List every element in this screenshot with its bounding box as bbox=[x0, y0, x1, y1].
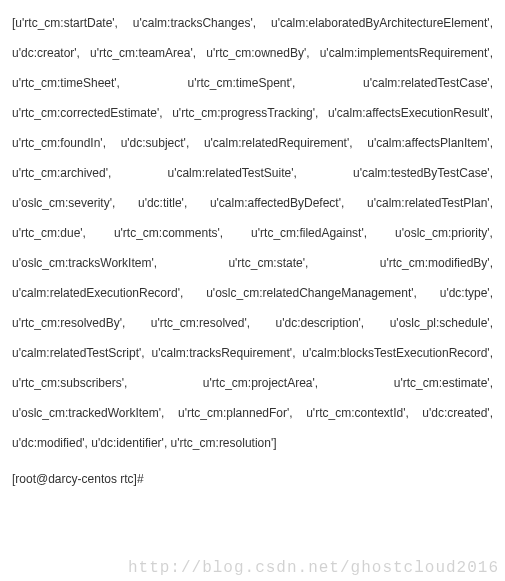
list-token: u'calm:elaboratedByArchitectureElement', bbox=[271, 8, 493, 38]
output-line: u'calm:relatedTestScript',u'calm:tracksR… bbox=[12, 338, 493, 368]
list-token: u'calm:implementsRequirement', bbox=[320, 38, 493, 68]
watermark-text: http://blog.csdn.net/ghostcloud2016 bbox=[128, 559, 499, 577]
output-line: u'rtc_cm:resolvedBy',u'rtc_cm:resolved',… bbox=[12, 308, 493, 338]
list-token: u'rtc_cm:foundIn', bbox=[12, 128, 106, 158]
list-token: u'calm:blocksTestExecutionRecord', bbox=[302, 338, 493, 368]
list-token: u'rtc_cm:subscribers', bbox=[12, 368, 127, 398]
output-line: u'oslc_cm:severity',u'dc:title',u'calm:a… bbox=[12, 188, 493, 218]
output-line: u'rtc_cm:due',u'rtc_cm:comments',u'rtc_c… bbox=[12, 218, 493, 248]
list-token: u'oslc_cm:trackedWorkItem', bbox=[12, 398, 164, 428]
list-token: u'oslc_cm:relatedChangeManagement', bbox=[206, 278, 417, 308]
list-token: u'dc:title', bbox=[138, 188, 187, 218]
list-token: u'rtc_cm:correctedEstimate', bbox=[12, 98, 163, 128]
list-token: u'rtc_cm:contextId', bbox=[306, 398, 409, 428]
list-token: u'calm:relatedRequirement', bbox=[204, 128, 353, 158]
list-token: u'calm:affectedByDefect', bbox=[210, 188, 344, 218]
list-token: u'rtc_cm:archived', bbox=[12, 158, 111, 188]
list-token: u'rtc_cm:resolved', bbox=[151, 308, 250, 338]
list-token: u'rtc_cm:projectArea', bbox=[203, 368, 318, 398]
output-line: u'calm:relatedExecutionRecord',u'oslc_cm… bbox=[12, 278, 493, 308]
list-token: u'dc:created', bbox=[422, 398, 493, 428]
list-token: u'rtc_cm:progressTracking', bbox=[172, 98, 318, 128]
list-token: u'rtc_cm:modifiedBy', bbox=[380, 248, 493, 278]
list-token: u'dc:subject', bbox=[121, 128, 190, 158]
output-line: u'dc:modified', u'dc:identifier', u'rtc_… bbox=[12, 428, 493, 458]
output-line: u'rtc_cm:correctedEstimate',u'rtc_cm:pro… bbox=[12, 98, 493, 128]
list-token: u'calm:relatedExecutionRecord', bbox=[12, 278, 183, 308]
shell-prompt: [root@darcy-centos rtc]# bbox=[12, 464, 493, 494]
list-token: u'rtc_cm:filedAgainst', bbox=[251, 218, 367, 248]
list-token: [u'rtc_cm:startDate', bbox=[12, 8, 118, 38]
list-token: u'calm:relatedTestCase', bbox=[363, 68, 493, 98]
list-token: u'dc:type', bbox=[440, 278, 493, 308]
output-line: u'oslc_cm:tracksWorkItem',u'rtc_cm:state… bbox=[12, 248, 493, 278]
list-token: u'calm:relatedTestPlan', bbox=[367, 188, 493, 218]
list-token: u'dc:description', bbox=[276, 308, 365, 338]
output-line: u'oslc_cm:trackedWorkItem',u'rtc_cm:plan… bbox=[12, 398, 493, 428]
list-token: u'calm:tracksChanges', bbox=[133, 8, 256, 38]
output-line: u'rtc_cm:archived',u'calm:relatedTestSui… bbox=[12, 158, 493, 188]
list-token: u'oslc_pl:schedule', bbox=[390, 308, 493, 338]
list-token: u'rtc_cm:timeSheet', bbox=[12, 68, 120, 98]
list-token: u'rtc_cm:state', bbox=[228, 248, 308, 278]
list-token: u'oslc_cm:severity', bbox=[12, 188, 115, 218]
output-line: [u'rtc_cm:startDate',u'calm:tracksChange… bbox=[12, 8, 493, 38]
list-token: u'dc:creator', bbox=[12, 38, 80, 68]
output-line: u'rtc_cm:foundIn',u'dc:subject',u'calm:r… bbox=[12, 128, 493, 158]
output-line: u'rtc_cm:subscribers',u'rtc_cm:projectAr… bbox=[12, 368, 493, 398]
output-line: u'dc:creator',u'rtc_cm:teamArea',u'rtc_c… bbox=[12, 38, 493, 68]
terminal-output: [u'rtc_cm:startDate',u'calm:tracksChange… bbox=[0, 0, 505, 494]
list-token: u'dc:modified', u'dc:identifier', u'rtc_… bbox=[12, 428, 277, 458]
list-token: u'rtc_cm:ownedBy', bbox=[206, 38, 309, 68]
list-token: u'oslc_cm:priority', bbox=[395, 218, 493, 248]
list-token: u'rtc_cm:due', bbox=[12, 218, 86, 248]
list-token: u'rtc_cm:resolvedBy', bbox=[12, 308, 125, 338]
list-token: u'rtc_cm:timeSpent', bbox=[188, 68, 296, 98]
list-token: u'calm:relatedTestSuite', bbox=[167, 158, 296, 188]
list-token: u'rtc_cm:teamArea', bbox=[90, 38, 196, 68]
list-token: u'calm:relatedTestScript', bbox=[12, 338, 145, 368]
list-token: u'rtc_cm:estimate', bbox=[394, 368, 493, 398]
list-token: u'oslc_cm:tracksWorkItem', bbox=[12, 248, 157, 278]
list-token: u'rtc_cm:plannedFor', bbox=[178, 398, 293, 428]
list-token: u'calm:testedByTestCase', bbox=[353, 158, 493, 188]
output-line: u'rtc_cm:timeSheet',u'rtc_cm:timeSpent',… bbox=[12, 68, 493, 98]
list-token: u'rtc_cm:comments', bbox=[114, 218, 223, 248]
list-token: u'calm:affectsExecutionResult', bbox=[328, 98, 493, 128]
list-token: u'calm:tracksRequirement', bbox=[152, 338, 296, 368]
list-token: u'calm:affectsPlanItem', bbox=[367, 128, 493, 158]
